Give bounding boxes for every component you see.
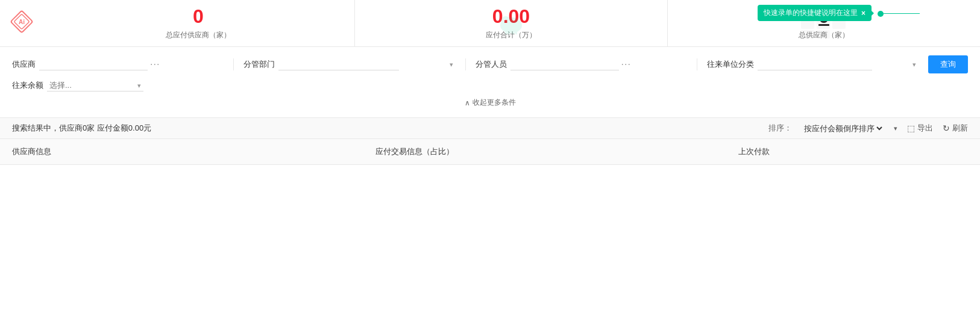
filter-row-2: 往来余额 ▾ (12, 79, 968, 91)
total-payable-suppliers-count: 0 (193, 6, 204, 27)
divider-1 (233, 58, 234, 70)
table-header: 供应商信息 应付交易信息（占比） 上次付款 (0, 139, 980, 165)
export-icon: ⬚ (907, 123, 915, 133)
results-bar: 搜索结果中，供应商0家 应付金额0.00元 排序： 按应付会额倒序排序 ▾ ⬚ … (0, 118, 980, 139)
balance-label: 往来余额 (12, 80, 43, 91)
payable-total-item: 0.00 应付合计（万） (355, 0, 668, 46)
total-suppliers-item: 快速录单的快捷键说明在这里 × 0 总供应商（家） (668, 0, 980, 46)
balance-filter: 往来余额 ▾ (12, 79, 143, 91)
person-label: 分管人员 (476, 59, 507, 70)
query-button[interactable]: 查询 (928, 55, 968, 73)
total-payable-suppliers-label: 总应付供应商（家） (166, 30, 231, 40)
collapse-label: 收起更多条件 (473, 98, 516, 108)
tooltip-close[interactable]: × (861, 9, 865, 17)
svg-rect-15 (817, 30, 830, 39)
dept-input[interactable] (278, 58, 399, 70)
svg-rect-11 (801, 20, 814, 29)
tooltip-dot (878, 11, 884, 17)
collapse-icon: ∧ (465, 99, 470, 107)
person-input[interactable] (510, 58, 619, 70)
supplier-input[interactable] (39, 58, 148, 70)
divider-3 (697, 58, 697, 70)
divider-2 (465, 58, 466, 70)
refresh-button[interactable]: ↻ 刷新 (943, 123, 968, 134)
col-payable-header: 应付交易信息（占比） (375, 146, 739, 157)
results-prefix: 搜索结果中，供应商 (12, 123, 83, 132)
results-actions: 排序： 按应付会额倒序排序 ▾ ⬚ 导出 ↻ 刷新 (768, 123, 968, 134)
total-payable-suppliers-item: 0 总应付供应商（家） (0, 0, 355, 46)
tooltip-bubble: 快速录单的快捷键说明在这里 × (758, 5, 872, 21)
unit-class-input[interactable] (758, 58, 872, 70)
balance-input[interactable] (47, 79, 143, 91)
supplier-label: 供应商 (12, 59, 36, 70)
unit-class-label: 往来单位分类 (707, 59, 754, 70)
refresh-label: 刷新 (952, 123, 968, 134)
collapse-bar: ∧ 收起更多条件 (12, 95, 968, 113)
dept-select-wrapper: ▾ (278, 58, 455, 70)
table-body (0, 165, 980, 310)
chevron-sort-icon: ▾ (894, 125, 897, 132)
svg-rect-13 (832, 20, 846, 29)
dept-label: 分管部门 (243, 59, 275, 70)
sort-label: 排序： (768, 123, 792, 134)
tooltip-line (884, 13, 920, 14)
filter-area: 供应商 ··· 分管部门 ▾ 分管人员 ··· 往来单位分类 ▾ (0, 47, 980, 118)
person-dots[interactable]: ··· (621, 59, 631, 70)
logo-diamond: Ai (6, 6, 37, 39)
svg-point-7 (504, 19, 505, 20)
sort-select[interactable]: 按应付会额倒序排序 (802, 123, 884, 134)
svg-rect-6 (515, 22, 520, 25)
refresh-icon: ↻ (943, 123, 950, 133)
dept-chevron-icon: ▾ (450, 61, 453, 69)
summary-bar: Ai 0 总应付供应商（家） 0.00 应付合计（万） 快速录单的快捷键说明在这… (0, 0, 980, 47)
unit-class-filter: 往来单位分类 ▾ (707, 58, 919, 70)
person-filter: 分管人员 ··· (476, 58, 687, 70)
tooltip-text: 快速录单的快捷键说明在这里 (764, 8, 858, 18)
collapse-button[interactable]: ∧ 收起更多条件 (465, 98, 516, 108)
export-label: 导出 (917, 123, 933, 134)
col-lastpay-header: 上次付款 (738, 146, 968, 157)
unit-class-chevron-icon: ▾ (912, 61, 916, 69)
piggy-icon (493, 5, 529, 42)
results-amount: 0.00元 (128, 123, 151, 132)
results-supplier-count: 0家 (83, 123, 95, 132)
svg-text:Ai: Ai (19, 19, 25, 25)
filter-row-1: 供应商 ··· 分管部门 ▾ 分管人员 ··· 往来单位分类 ▾ (12, 55, 968, 73)
unit-class-select-wrapper: ▾ (758, 58, 919, 70)
supplier-filter: 供应商 ··· (12, 58, 224, 70)
export-button[interactable]: ⬚ 导出 (907, 123, 933, 134)
dept-filter: 分管部门 ▾ (243, 58, 455, 70)
svg-rect-14 (801, 30, 814, 39)
results-text: 搜索结果中，供应商0家 应付金额0.00元 (12, 123, 151, 134)
col-supplier-header: 供应商信息 (12, 146, 375, 157)
supplier-dots[interactable]: ··· (150, 59, 160, 70)
balance-select-wrapper: ▾ (47, 79, 143, 91)
svg-rect-12 (817, 20, 830, 29)
results-middle: 应付金额 (95, 123, 128, 132)
table-area: 供应商信息 应付交易信息（占比） 上次付款 (0, 139, 980, 310)
